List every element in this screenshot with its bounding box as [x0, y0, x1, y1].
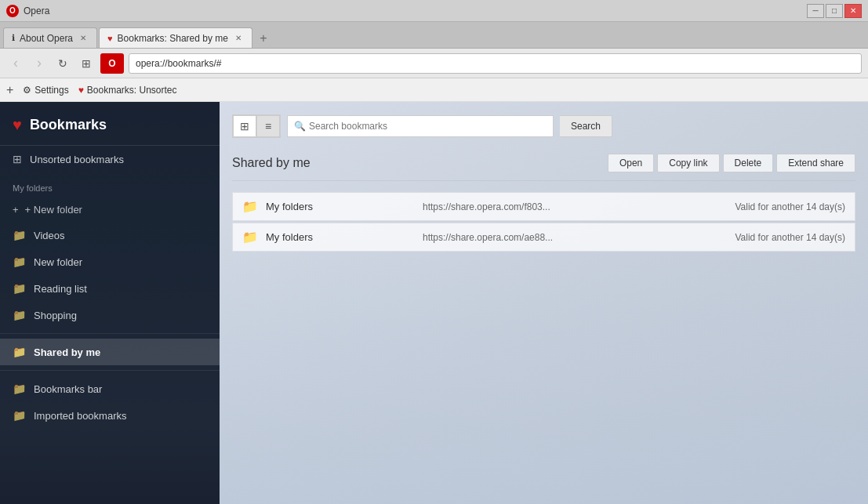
sidebar-new-folder[interactable]: + + New folder	[0, 198, 220, 222]
search-button[interactable]: Search	[560, 115, 612, 137]
forward-button[interactable]: ›	[30, 54, 49, 73]
folder-row-validity-1: Valid for another 14 day(s)	[720, 201, 845, 212]
title-bar-controls: ─ □ ✕	[807, 4, 862, 18]
folder-row-icon-2: 📁	[242, 230, 258, 245]
grid-view-icon: ⊞	[240, 120, 249, 132]
copy-link-button[interactable]: Copy link	[657, 154, 719, 172]
tab-bookmarks-close[interactable]: ✕	[233, 33, 244, 44]
folder-row-icon-1: 📁	[242, 199, 258, 214]
sidebar-item-reading-label: Reading list	[34, 283, 87, 295]
bookmarks-toolbar: + ⚙ Settings ♥ Bookmarks: Unsortec	[0, 78, 868, 102]
list-view-icon: ≡	[265, 120, 271, 132]
folder-reading-icon: 📁	[13, 282, 26, 295]
table-row[interactable]: 📁 My folders https://share.opera.com/f80…	[232, 192, 855, 221]
grid-view-button[interactable]: ⊞	[77, 54, 96, 73]
tab-about-icon: ℹ	[12, 33, 15, 43]
opera-logo: O	[6, 5, 19, 17]
sidebar-item-bookmarks-bar[interactable]: 📁 Bookmarks bar	[0, 375, 220, 402]
sidebar-item-shared-label: Shared by me	[34, 346, 100, 358]
extend-share-button[interactable]: Extend share	[776, 154, 855, 172]
sidebar-title: Bookmarks	[30, 117, 107, 133]
sidebar-header: ♥ Bookmarks	[0, 102, 220, 146]
new-folder-label: + New folder	[25, 204, 82, 216]
section-title: Shared by me	[232, 156, 311, 170]
open-button[interactable]: Open	[608, 154, 654, 172]
sidebar-item-shopping[interactable]: 📁 Shopping	[0, 302, 220, 328]
tab-bar: ℹ About Opera ✕ ♥ Bookmarks: Shared by m…	[0, 22, 868, 49]
delete-button[interactable]: Delete	[723, 154, 774, 172]
folder-videos-icon: 📁	[13, 229, 26, 241]
view-toolbar: ⊞ ≡ 🔍 Search	[232, 114, 855, 138]
sidebar-divider-2	[0, 370, 220, 371]
close-button[interactable]: ✕	[844, 4, 862, 18]
settings-icon: ⚙	[23, 85, 31, 96]
heart-icon: ♥	[78, 85, 84, 96]
sidebar-item-videos-label: Videos	[34, 230, 65, 241]
folder-new-icon: 📁	[13, 256, 26, 268]
right-inner: ⊞ ≡ 🔍 Search Shared by me Open Copy lin	[220, 102, 868, 266]
reload-button[interactable]: ↻	[53, 54, 72, 73]
folder-shopping-icon: 📁	[13, 309, 26, 321]
section-header: Shared by me Open Copy link Delete Exten…	[232, 154, 855, 181]
main-content: ♥ Bookmarks ⊞ Unsorted bookmarks My fold…	[0, 102, 868, 504]
sidebar-item-reading-list[interactable]: 📁 Reading list	[0, 275, 220, 302]
folder-row-name-1: My folders	[266, 201, 423, 212]
bookmarks-unsorted-label: Bookmarks: Unsortec	[87, 85, 177, 96]
maximize-button[interactable]: □	[826, 4, 843, 18]
new-tab-button[interactable]: +	[254, 29, 273, 48]
sidebar-item-videos[interactable]: 📁 Videos	[0, 222, 220, 248]
add-bookmark-button[interactable]: +	[6, 83, 13, 97]
search-container: 🔍	[287, 115, 554, 137]
grid-view-btn[interactable]: ⊞	[233, 115, 256, 137]
sidebar-item-new-folder-label: New folder	[34, 256, 82, 268]
tab-bookmarks-icon: ♥	[107, 34, 113, 43]
sidebar-item-unsorted[interactable]: ⊞ Unsorted bookmarks	[0, 146, 220, 172]
folder-list: 📁 My folders https://share.opera.com/f80…	[232, 192, 855, 252]
folder-shared-icon: 📁	[13, 346, 26, 358]
toolbar-settings[interactable]: ⚙ Settings	[23, 85, 68, 96]
sidebar-item-unsorted-label: Unsorted bookmarks	[30, 154, 124, 165]
list-view-btn[interactable]: ≡	[256, 115, 280, 137]
sidebar-item-imported-label: Imported bookmarks	[34, 410, 127, 422]
minimize-button[interactable]: ─	[807, 4, 824, 18]
search-input[interactable]	[309, 121, 547, 132]
sidebar-item-new-folder[interactable]: 📁 New folder	[0, 248, 220, 275]
tab-about-label: About Opera	[20, 33, 73, 44]
opera-menu-icon: O	[108, 58, 115, 69]
folder-row-url-2: https://share.opera.com/ae88...	[423, 232, 720, 243]
sidebar-divider	[0, 333, 220, 334]
table-row[interactable]: 📁 My folders https://share.opera.com/ae8…	[232, 223, 855, 252]
action-buttons: Open Copy link Delete Extend share	[608, 154, 855, 172]
settings-label: Settings	[35, 85, 68, 96]
grid-icon: ⊞	[13, 153, 22, 165]
new-folder-icon: +	[13, 204, 19, 216]
tab-about-close[interactable]: ✕	[78, 33, 89, 44]
toolbar-bookmarks-unsorted[interactable]: ♥ Bookmarks: Unsortec	[78, 85, 177, 96]
nav-bar: ‹ › ↻ ⊞ O	[0, 49, 868, 78]
title-bar-text: Opera	[24, 5, 49, 16]
sidebar-item-bar-label: Bookmarks bar	[34, 383, 102, 395]
sidebar-my-folders-header: My folders	[0, 172, 220, 198]
opera-menu-button[interactable]: O	[100, 53, 124, 74]
tab-bookmarks-label: Bookmarks: Shared by me	[118, 33, 228, 44]
sidebar: ♥ Bookmarks ⊞ Unsorted bookmarks My fold…	[0, 102, 220, 504]
folder-row-name-2: My folders	[266, 231, 423, 243]
sidebar-item-shopping-label: Shopping	[34, 310, 77, 321]
folder-row-url-1: https://share.opera.com/f803...	[423, 201, 720, 212]
folder-bar-icon: 📁	[13, 383, 26, 395]
sidebar-item-shared-by-me[interactable]: 📁 Shared by me	[0, 339, 220, 365]
sidebar-item-imported[interactable]: 📁 Imported bookmarks	[0, 402, 220, 429]
folder-row-validity-2: Valid for another 14 day(s)	[720, 232, 845, 243]
sidebar-heart-icon: ♥	[13, 116, 22, 134]
title-bar: O Opera ─ □ ✕	[0, 0, 868, 22]
search-icon: 🔍	[294, 121, 306, 132]
folder-imported-icon: 📁	[13, 409, 26, 422]
tab-about[interactable]: ℹ About Opera ✕	[3, 27, 97, 48]
address-bar[interactable]	[129, 53, 862, 74]
tab-bookmarks[interactable]: ♥ Bookmarks: Shared by me ✕	[99, 27, 252, 48]
back-button[interactable]: ‹	[6, 54, 25, 73]
right-content: ⊞ ≡ 🔍 Search Shared by me Open Copy lin	[220, 102, 868, 504]
